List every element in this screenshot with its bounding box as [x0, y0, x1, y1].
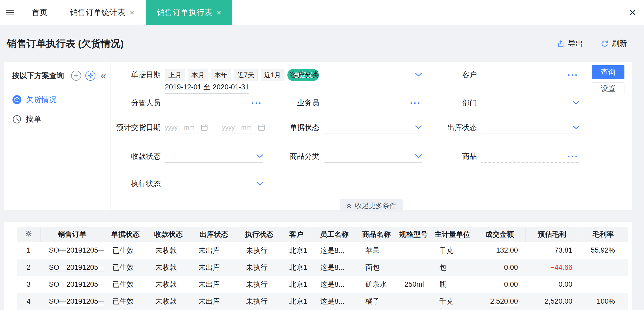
execution-status-label: 执行状态 [111, 177, 161, 190]
export-button[interactable]: 导出 [557, 38, 583, 49]
refresh-icon [601, 40, 609, 48]
chevron-down-icon [415, 125, 422, 129]
collapse-more-conditions-button[interactable]: 收起更多条件 [340, 199, 403, 212]
page-title: 销售订单执行表 (欠货情况) [7, 37, 124, 50]
quick-option-last-month[interactable]: 上月 [165, 69, 185, 81]
col-customer[interactable]: 客户 [281, 227, 312, 242]
col-payment-status[interactable]: 收款状态 [147, 227, 190, 242]
tab-home[interactable]: 首页 [21, 0, 59, 25]
margin-cell: 100% [579, 293, 628, 310]
ellipsis-icon: ··· [410, 99, 422, 107]
amount-link[interactable]: 2,520.00 [490, 297, 518, 305]
amount-link[interactable]: 132.00 [496, 246, 518, 254]
scheme-settings-button[interactable] [85, 71, 95, 81]
product-category-label: 商品分类 [269, 150, 319, 163]
hamburger-menu-icon[interactable] [0, 0, 21, 25]
col-spec[interactable]: 规格型号 [396, 227, 431, 242]
close-all-tabs-icon[interactable]: × [621, 0, 644, 25]
doc-status-label: 单据状态 [269, 121, 319, 134]
col-unit[interactable]: 主计量单位 [431, 227, 474, 242]
query-button[interactable]: 查询 [592, 65, 624, 79]
tab-close-icon[interactable]: × [217, 8, 222, 17]
settings-button[interactable]: 设置 [592, 82, 624, 95]
chevron-down-icon [256, 182, 263, 186]
outbound-status-cell: 未出库 [190, 242, 238, 259]
col-product-name[interactable]: 商品名称 [357, 227, 396, 242]
collapse-sidebar-icon[interactable]: « [100, 71, 106, 80]
expected-delivery-label: 预计交货日期 [111, 121, 161, 134]
doc-status-cell: 已生效 [104, 259, 147, 276]
outbound-status-cell: 未出库 [190, 259, 238, 276]
scheme-item-label: 按单 [26, 114, 41, 125]
delivery-date-end [222, 121, 265, 134]
outbound-status-select[interactable] [481, 121, 579, 134]
col-outbound-status[interactable]: 出库状态 [190, 227, 238, 242]
customer-picker[interactable]: ··· [481, 69, 579, 81]
payment-status-cell: 未收款 [147, 259, 190, 276]
product-picker[interactable]: ··· [481, 150, 579, 163]
department-select[interactable] [481, 97, 579, 109]
customer-category-select[interactable] [324, 69, 422, 81]
amount-link[interactable]: 0.00 [504, 263, 518, 271]
page-header: 销售订单执行表 (欠货情况) 导出 刷新 [0, 25, 644, 62]
col-employee[interactable]: 员工名称 [312, 227, 357, 242]
chevron-down-icon [415, 154, 422, 158]
table-row[interactable]: 3 SO—20191205—002 已生效 未收款 未出库 未执行 北京1 这是… [17, 276, 628, 293]
employee-cell: 这是8... [312, 276, 357, 293]
employee-cell: 这是8... [312, 259, 357, 276]
col-amount[interactable]: 成交金额 [474, 227, 525, 242]
gear-icon [88, 73, 93, 79]
export-icon [557, 40, 565, 48]
double-chevron-up-icon [346, 203, 352, 209]
spec-cell [396, 259, 431, 276]
doc-status-select[interactable] [324, 121, 422, 134]
calendar-icon [258, 124, 265, 131]
order-link[interactable]: SO—20191205—002 [49, 263, 104, 271]
col-sales-order[interactable]: 销售订单 [40, 227, 104, 242]
app-window: 首页 销售订单统计表 × 销售订单执行表 × × 销售订单执行表 (欠货情况) … [0, 0, 644, 310]
payment-status-select[interactable] [165, 150, 263, 163]
add-scheme-button[interactable]: + [71, 71, 81, 81]
cube-icon [12, 95, 22, 104]
spec-cell [396, 293, 431, 310]
col-doc-status[interactable]: 单据状态 [104, 227, 147, 242]
quick-option-this-month[interactable]: 本月 [188, 69, 208, 81]
scheme-item-by-order[interactable]: 按单 [12, 112, 106, 127]
column-settings-button[interactable] [17, 227, 40, 242]
scheme-item-label: 欠货情况 [26, 94, 57, 105]
doc-date-range-value[interactable]: 2019-12-01 至 2020-01-31 [165, 82, 249, 94]
salesperson-picker[interactable]: ··· [324, 97, 422, 109]
order-link[interactable]: SO—20191205—002 [49, 246, 104, 254]
orders-table: 销售订单 单据状态 收款状态 出库状态 执行状态 客户 员工名称 商品名称 规格… [17, 227, 628, 310]
manager-picker[interactable]: ··· [165, 97, 263, 109]
amount-link[interactable]: 0.00 [504, 280, 518, 288]
table-row[interactable]: 4 SO—20191205—002 已生效 未收款 未出库 未执行 北京1 这是… [17, 293, 628, 310]
scheme-item-backorder[interactable]: 欠货情况 [12, 92, 106, 107]
table-header-row: 销售订单 单据状态 收款状态 出库状态 执行状态 客户 员工名称 商品名称 规格… [17, 227, 628, 242]
tab-sales-order-execution[interactable]: 销售订单执行表 × [146, 0, 233, 25]
refresh-button[interactable]: 刷新 [601, 38, 627, 49]
product-category-select[interactable] [324, 150, 422, 163]
quick-option-last-7-days[interactable]: 近7天 [234, 69, 258, 81]
filter-panel: 单据日期 上月 本月 本年 近7天 近1月 自定义 2019-12-01 至 2… [111, 62, 632, 210]
ellipsis-icon: ··· [568, 71, 579, 79]
col-margin[interactable]: 毛利率 [579, 227, 628, 242]
row-index: 4 [17, 293, 40, 310]
customer-cell: 北京1 [281, 242, 312, 259]
employee-cell: 这是8... [312, 293, 357, 310]
refresh-label: 刷新 [612, 38, 627, 49]
tab-sales-order-stats[interactable]: 销售订单统计表 × [59, 0, 146, 25]
profit-cell: 0.00 [525, 276, 579, 293]
collapse-more-label: 收起更多条件 [355, 201, 396, 210]
table-row[interactable]: 2 SO—20191205—002 已生效 未收款 未出库 未执行 北京1 这是… [17, 259, 628, 276]
product-cell: 苹果 [357, 242, 396, 259]
table-row[interactable]: 1 SO—20191205—002 已生效 未收款 未出库 未执行 北京1 这是… [17, 242, 628, 259]
order-link[interactable]: SO—20191205—002 [49, 280, 104, 288]
col-execution-status[interactable]: 执行状态 [238, 227, 281, 242]
tab-close-icon[interactable]: × [130, 8, 135, 17]
order-link[interactable]: SO—20191205—002 [49, 297, 104, 305]
quick-option-this-year[interactable]: 本年 [211, 69, 231, 81]
col-est-profit[interactable]: 预估毛利 [525, 227, 579, 242]
execution-status-select[interactable] [165, 177, 263, 190]
customer-label: 客户 [427, 69, 477, 81]
